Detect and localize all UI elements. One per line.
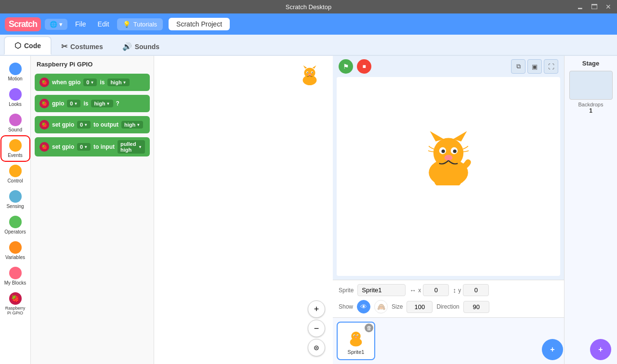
zoom-fit-button[interactable]: ⊜	[308, 339, 325, 356]
maximize-button[interactable]: 🗖	[589, 3, 600, 11]
y-coord-group: ↕ y	[453, 284, 489, 296]
svg-point-25	[357, 335, 358, 336]
rpi-icon: 🍓	[9, 292, 22, 305]
menubar: Scratch 🌐 ▾ File Edit 💡 Tutorials Scratc…	[0, 13, 617, 35]
gpio-num-dropdown-4[interactable]: 0	[77, 143, 91, 151]
block-set-gpio-output[interactable]: 🍓 set gpio 0 to output high	[35, 116, 150, 133]
svg-point-7	[312, 72, 313, 73]
sprite-name-input[interactable]	[357, 284, 406, 296]
block-set-gpio-input[interactable]: 🍓 set gpio 0 to input pulled high	[35, 137, 150, 156]
sidebar-item-rpi[interactable]: 🍓 Raspberry Pi GPIO	[1, 289, 29, 318]
svg-point-24	[354, 335, 355, 336]
svg-text:+: +	[550, 345, 554, 353]
zoom-in-button[interactable]: +	[308, 300, 325, 318]
code-tab-icon: ⬡	[14, 41, 21, 50]
tab-sounds[interactable]: 🔊 Sounds	[113, 38, 169, 55]
green-flag-button[interactable]: ⚑	[339, 59, 353, 74]
show-label: Show	[339, 303, 353, 310]
sound-label: Sound	[8, 127, 22, 132]
gpio-val-dropdown-4[interactable]: pulled high	[118, 140, 145, 154]
motion-icon	[9, 63, 22, 75]
small-stage-button[interactable]: ⧉	[511, 59, 525, 74]
gpio-val-dropdown-1[interactable]: high	[107, 78, 129, 86]
block-icon-4: 🍓	[39, 142, 49, 152]
x-input[interactable]	[423, 284, 449, 296]
control-icon	[9, 165, 22, 177]
block-icon-3: 🍓	[39, 120, 49, 130]
stage-panel: Stage Backdrops 1	[564, 56, 617, 364]
stop-button[interactable]: ■	[357, 59, 371, 74]
myblocks-label: My Blocks	[4, 280, 26, 286]
block-text-2: gpio	[52, 100, 64, 107]
add-backdrop-button[interactable]: +	[590, 339, 611, 360]
size-label: Size	[392, 303, 403, 310]
variables-label: Variables	[5, 255, 25, 260]
stage-layout-buttons: ⧉ ▣ ⛶	[511, 59, 558, 74]
sensing-label: Sensing	[6, 204, 24, 209]
fullscreen-button[interactable]: ⛶	[544, 59, 558, 74]
size-input[interactable]	[407, 301, 433, 313]
project-name[interactable]: Scratch Project	[169, 18, 230, 30]
backdrops-count: 1	[589, 107, 592, 114]
minimize-button[interactable]: 🗕	[575, 3, 585, 11]
script-sprite-thumb	[298, 64, 321, 89]
script-area[interactable]: + − ⊜	[154, 56, 333, 364]
stage-area: ⚑ ■ ⧉ ▣ ⛶	[333, 56, 564, 364]
svg-point-1	[304, 68, 315, 78]
gpio-num-dropdown-3[interactable]: 0	[77, 121, 91, 129]
sensing-icon	[9, 190, 22, 203]
gpio-val-dropdown-3[interactable]: high	[121, 121, 143, 129]
sprite-delete-button[interactable]: 🗑	[365, 324, 373, 332]
show-button[interactable]: 👁	[357, 300, 370, 313]
add-sprite-icon: +	[547, 344, 558, 355]
hide-button[interactable]: 🙈	[374, 300, 388, 313]
add-backdrop-icon: +	[595, 344, 606, 355]
block-to-output: to output	[93, 121, 118, 128]
block-text-3: set gpio	[52, 121, 74, 128]
y-input[interactable]	[463, 284, 489, 296]
close-button[interactable]: ✕	[604, 3, 613, 11]
sidebar-item-variables[interactable]: Variables	[1, 238, 29, 263]
events-label: Events	[8, 153, 23, 158]
gpio-num-dropdown-2[interactable]: 0	[67, 100, 80, 107]
tab-costumes[interactable]: ✂ Costumes	[52, 38, 113, 55]
green-flag-icon: ⚑	[343, 63, 349, 70]
sidebar-item-myblocks[interactable]: My Blocks	[1, 264, 29, 288]
stage-controls: ⚑ ■ ⧉ ▣ ⛶	[333, 56, 564, 77]
costumes-tab-icon: ✂	[61, 42, 67, 51]
block-when-gpio[interactable]: 🍓 when gpio 0 is high	[35, 74, 150, 91]
edit-menu[interactable]: Edit	[94, 18, 113, 30]
blocks-panel-title: Raspberry Pi GPIO	[35, 60, 150, 69]
gpio-val-dropdown-2[interactable]: high	[91, 100, 113, 107]
sprite-info: Sprite ↔ x ↕ y Show 👁 🙈 Size	[333, 280, 564, 317]
add-sprite-button[interactable]: +	[542, 339, 563, 360]
cat-sprite-small	[298, 64, 321, 87]
scratch-logo[interactable]: Scratch	[5, 17, 41, 31]
sidebar-item-sensing[interactable]: Sensing	[1, 187, 29, 212]
gpio-num-dropdown-1[interactable]: 0	[83, 78, 97, 86]
direction-input[interactable]	[463, 301, 489, 313]
zoom-controls: + − ⊜	[308, 300, 325, 356]
language-button[interactable]: 🌐 ▾	[45, 19, 67, 30]
tab-code[interactable]: ⬡ Code	[4, 36, 52, 55]
file-menu[interactable]: File	[71, 18, 90, 30]
tutorials-button[interactable]: 💡 Tutorials	[117, 18, 163, 30]
sidebar-item-sound[interactable]: Sound	[1, 111, 29, 135]
tabbar: ⬡ Code ✂ Costumes 🔊 Sounds	[0, 35, 617, 56]
sidebar-item-control[interactable]: Control	[1, 162, 29, 186]
sidebar-item-motion[interactable]: Motion	[1, 60, 29, 84]
app-title: Scratch Desktop	[286, 3, 331, 11]
sprite-thumb-sprite1[interactable]: 🗑 Sprite1	[337, 322, 375, 360]
sidebar-item-operators[interactable]: Operators	[1, 213, 29, 237]
block-is-2: is	[83, 100, 88, 107]
sidebar-item-looks[interactable]: Looks	[1, 85, 29, 110]
tutorials-icon: 💡	[123, 21, 131, 28]
stage-backdrop-thumb[interactable]	[569, 71, 613, 100]
sidebar-item-events[interactable]: Events	[1, 136, 29, 161]
block-gpio-is[interactable]: 🍓 gpio 0 is high ?	[35, 95, 150, 112]
large-stage-button[interactable]: ▣	[527, 59, 542, 74]
svg-point-6	[307, 72, 308, 73]
block-to-input: to input	[93, 143, 115, 150]
main-content: Motion Looks Sound Events Control Sensin…	[0, 56, 617, 364]
zoom-out-button[interactable]: −	[308, 320, 325, 337]
